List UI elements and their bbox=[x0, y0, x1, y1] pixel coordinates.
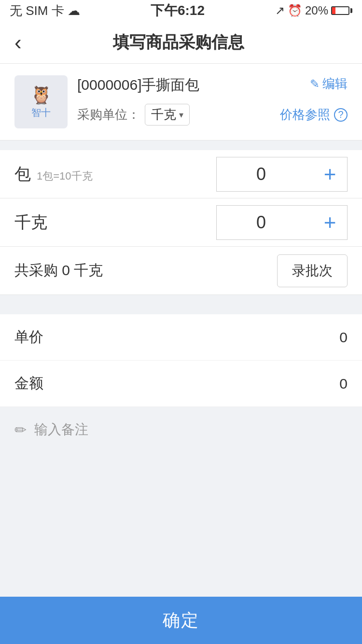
section-separator-1 bbox=[0, 140, 362, 150]
qty-label-wrap-kg: 千克 bbox=[14, 211, 216, 234]
owl-label: 智十 bbox=[31, 106, 51, 119]
status-left: 无 SIM 卡 ☁ bbox=[10, 2, 80, 19]
edit-button[interactable]: ✎ 编辑 bbox=[310, 75, 348, 92]
nav-bar: ‹ 填写商品采购信息 bbox=[0, 21, 362, 64]
status-time: 下午6:12 bbox=[151, 1, 205, 20]
qty-input-wrap-bao: + bbox=[216, 157, 348, 192]
battery-icon bbox=[331, 6, 352, 15]
product-unit-row: 采购单位： 千克 ▾ 价格参照 ? bbox=[77, 104, 348, 126]
owl-icon: 🦉 bbox=[30, 85, 52, 105]
back-button[interactable]: ‹ bbox=[14, 32, 22, 53]
pencil-icon: ✏ bbox=[14, 421, 27, 438]
help-icon[interactable]: ? bbox=[334, 108, 348, 122]
price-ref-button[interactable]: 价格参照 ? bbox=[280, 106, 348, 123]
price-amount-label: 金额 bbox=[14, 374, 43, 393]
product-name: [0000006]手撕面包 bbox=[77, 75, 310, 95]
remark-section[interactable]: ✏ 输入备注 bbox=[0, 407, 362, 452]
help-icon-text: ? bbox=[338, 109, 343, 120]
price-row-unit: 单价 0 bbox=[0, 314, 362, 361]
battery-fill bbox=[332, 7, 335, 14]
product-card: 🦉 智十 [0000006]手撕面包 ✎ 编辑 采购单位： 千克 ▾ bbox=[0, 64, 362, 140]
qty-unit-bao: 包 bbox=[14, 163, 31, 185]
edit-label: 编辑 bbox=[322, 75, 348, 92]
batch-button[interactable]: 录批次 bbox=[277, 254, 348, 287]
confirm-button[interactable]: 确定 bbox=[0, 597, 362, 644]
unit-selector-wrap: 采购单位： 千克 ▾ bbox=[77, 104, 190, 126]
qty-unit-kg: 千克 bbox=[14, 211, 47, 234]
unit-value: 千克 bbox=[151, 106, 176, 123]
battery-percent: 20% bbox=[305, 4, 328, 17]
quantity-row-bao: 包 1包=10千克 + bbox=[0, 150, 362, 198]
product-info: [0000006]手撕面包 ✎ 编辑 采购单位： 千克 ▾ 价格参照 bbox=[77, 75, 348, 126]
unit-label: 采购单位： bbox=[77, 106, 140, 123]
qty-label-wrap-bao: 包 1包=10千克 bbox=[14, 163, 216, 185]
edit-icon: ✎ bbox=[310, 77, 320, 91]
status-right: ↗ ⏰ 20% bbox=[275, 4, 352, 17]
qty-plus-kg[interactable]: + bbox=[313, 205, 348, 240]
product-thumbnail: 🦉 智十 bbox=[14, 75, 68, 128]
price-row-amount: 金额 0 bbox=[0, 361, 362, 407]
location-icon: ↗ bbox=[275, 4, 285, 17]
section-separator-2 bbox=[0, 295, 362, 305]
quantity-section: 包 1包=10千克 + 千克 + 共采购 0 千克 录批次 bbox=[0, 150, 362, 295]
qty-input-wrap-kg: + bbox=[216, 205, 348, 240]
page-title: 填写商品采购信息 bbox=[31, 31, 326, 54]
battery-tip bbox=[350, 8, 352, 13]
unit-select[interactable]: 千克 ▾ bbox=[145, 104, 190, 126]
remark-placeholder: 输入备注 bbox=[34, 420, 88, 439]
alarm-icon: ⏰ bbox=[288, 4, 302, 17]
status-bar: 无 SIM 卡 ☁ 下午6:12 ↗ ⏰ 20% bbox=[0, 0, 362, 21]
qty-hint-bao: 1包=10千克 bbox=[37, 169, 93, 183]
price-ref-label: 价格参照 bbox=[280, 106, 330, 123]
qty-input-bao[interactable] bbox=[216, 157, 313, 192]
total-text: 共采购 0 千克 bbox=[14, 261, 103, 280]
quantity-row-kg: 千克 + bbox=[0, 198, 362, 247]
price-unit-value: 0 bbox=[339, 329, 348, 346]
content-fill bbox=[0, 452, 362, 549]
battery-body bbox=[331, 6, 349, 15]
chevron-down-icon: ▾ bbox=[179, 110, 183, 120]
main-content: 🦉 智十 [0000006]手撕面包 ✎ 编辑 采购单位： 千克 ▾ bbox=[0, 64, 362, 596]
qty-plus-bao[interactable]: + bbox=[313, 157, 348, 192]
qty-input-kg[interactable] bbox=[216, 205, 313, 240]
price-amount-value: 0 bbox=[339, 376, 348, 392]
total-row: 共采购 0 千克 录批次 bbox=[0, 247, 362, 295]
price-unit-label: 单价 bbox=[14, 327, 43, 347]
price-section: 单价 0 金额 0 bbox=[0, 314, 362, 407]
product-header: [0000006]手撕面包 ✎ 编辑 bbox=[77, 75, 348, 95]
sim-status: 无 SIM 卡 ☁ bbox=[10, 2, 80, 19]
